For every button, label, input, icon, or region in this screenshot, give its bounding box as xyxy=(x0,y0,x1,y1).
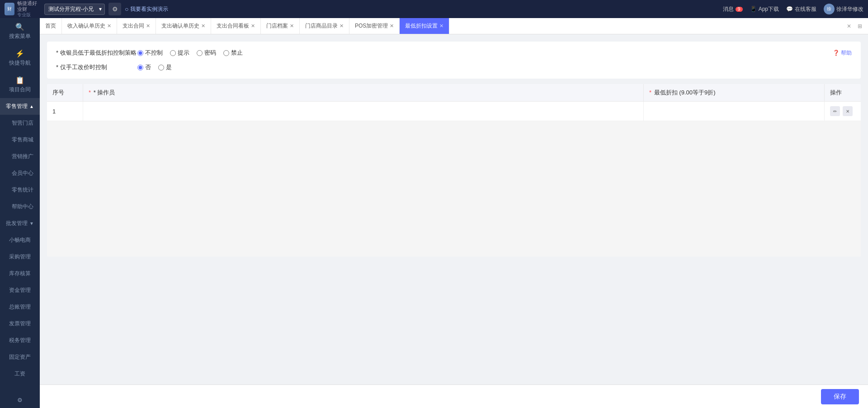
td-seq: 1 xyxy=(47,102,83,121)
form-row-discount-policy: * 收银员低于最低折扣控制策略 不控制 提示 密码 xyxy=(56,49,852,57)
tab-controls: ✕ ⊞ xyxy=(841,22,868,31)
sidebar-item-invoice-mgmt[interactable]: 发票管理 xyxy=(0,315,40,332)
tab-min-discount[interactable]: 最低折扣设置 ✕ xyxy=(400,18,449,34)
user-avatar: 徐 xyxy=(824,4,835,14)
sidebar-settings-button[interactable]: ⚙ xyxy=(0,392,40,408)
sidebar-item-quick-nav[interactable]: ⚡ 快捷导航 xyxy=(0,45,40,71)
project-selector[interactable]: 测试分开完程-小兄 xyxy=(44,4,105,15)
operator-input[interactable] xyxy=(89,108,638,115)
message-button[interactable]: 消息 9 xyxy=(723,5,743,13)
min-discount-input[interactable] xyxy=(649,108,819,115)
th-seq: 序号 xyxy=(47,84,83,101)
tab-close-store-products[interactable]: ✕ xyxy=(340,23,344,29)
header-right: 消息 9 📱 App下载 💬 在线客服 徐 徐泽华修改 xyxy=(723,4,863,14)
page-content: * 收银员低于最低折扣控制策略 不控制 提示 密码 xyxy=(40,34,868,385)
sidebar-item-smart-store[interactable]: 智营门店 xyxy=(0,115,40,131)
edit-row-button[interactable]: ✏ xyxy=(830,106,840,116)
tab-close-payment-confirm-history[interactable]: ✕ xyxy=(201,23,205,29)
demo-link[interactable]: ○ 我要看实例演示 xyxy=(125,5,168,13)
logo-area: 财 畅捷通好业财 专业版 xyxy=(5,0,41,18)
help-link[interactable]: ❓ 帮助 xyxy=(833,49,852,57)
tab-close-min-discount[interactable]: ✕ xyxy=(439,23,443,29)
search-icon: 🔍 xyxy=(15,23,24,31)
th-operator: * * 操作员 xyxy=(83,84,644,101)
sidebar-item-funds-mgmt[interactable]: 资金管理 xyxy=(0,282,40,299)
th-min-discount: * 最低折扣 (9.00等于9折) xyxy=(644,84,825,101)
tab-payment-board[interactable]: 支出合同看板 ✕ xyxy=(211,18,261,34)
empty-table-area xyxy=(47,121,861,257)
tab-store-products[interactable]: 门店商品目录 ✕ xyxy=(300,18,349,34)
top-header: 财 畅捷通好业财 专业版 测试分开完程-小兄 ⚙ ○ 我要看实例演示 消息 9 … xyxy=(0,0,868,18)
table-row: 1 ✏ ✕ xyxy=(47,102,861,121)
quick-nav-icon: ⚡ xyxy=(15,49,24,58)
tab-close-income-history[interactable]: ✕ xyxy=(107,23,111,29)
sidebar-item-project-contract[interactable]: 📋 项目合同 xyxy=(0,71,40,98)
tab-close-payment-board[interactable]: ✕ xyxy=(251,23,255,29)
th-actions: 操作 xyxy=(825,84,861,101)
sidebar-item-fixed-assets[interactable]: 固定资产 xyxy=(0,349,40,366)
tab-pos-password[interactable]: POS加密管理 ✕ xyxy=(349,18,400,34)
manual-price-label: * 仅手工改价时控制 xyxy=(56,63,137,71)
form-row-manual-price: * 仅手工改价时控制 否 是 xyxy=(56,63,852,71)
logo-text: 畅捷通好业财 专业版 xyxy=(17,0,41,18)
td-operator[interactable] xyxy=(83,102,644,121)
gear-icon: ⚙ xyxy=(17,397,23,403)
question-icon: ❓ xyxy=(833,50,840,56)
tab-bar: 首页 收入确认单历史 ✕ 支出合同 ✕ 支出确认单历史 ✕ 支出合同看板 ✕ 门… xyxy=(40,18,868,34)
sidebar-item-salary[interactable]: 工资 xyxy=(0,366,40,382)
table-header: 序号 * * 操作员 * 最低折扣 (9.00等于9折) 操作 xyxy=(47,84,861,102)
data-table: 序号 * * 操作员 * 最低折扣 (9.00等于9折) 操作 1 xyxy=(47,84,861,257)
sidebar-item-member-center[interactable]: 会员中心 xyxy=(0,165,40,182)
message-badge: 9 xyxy=(736,7,743,12)
save-button[interactable]: 保存 xyxy=(821,389,859,404)
td-min-discount[interactable] xyxy=(644,102,825,121)
td-actions: ✏ ✕ xyxy=(825,102,861,121)
sidebar-item-retail-stats[interactable]: 零售统计 xyxy=(0,182,40,198)
discount-policy-label: * 收银员低于最低折扣控制策略 xyxy=(56,49,137,57)
chevron-down-icon: ▼ xyxy=(29,221,34,226)
online-service-button[interactable]: 💬 在线客服 xyxy=(786,5,816,13)
tab-payment-confirm-history[interactable]: 支出确认单历史 ✕ xyxy=(156,18,211,34)
tab-menu-button[interactable]: ⊞ xyxy=(855,22,864,31)
sidebar-item-help-center[interactable]: 帮助中心 xyxy=(0,198,40,215)
sidebar-item-retail-mgmt[interactable]: 零售管理 ▲ xyxy=(0,98,40,115)
tab-store-file[interactable]: 门店档案 ✕ xyxy=(261,18,300,34)
radio-password[interactable]: 密码 xyxy=(197,49,216,57)
sidebar: 🔍 搜索菜单 ⚡ 快捷导航 📋 项目合同 零售管理 ▲ 智营门店 零售商城 营销… xyxy=(0,18,40,408)
content-area: 首页 收入确认单历史 ✕ 支出合同 ✕ 支出确认单历史 ✕ 支出合同看板 ✕ 门… xyxy=(40,18,868,408)
logo-icon: 财 xyxy=(5,3,14,15)
app-download-button[interactable]: 📱 App下载 xyxy=(750,5,779,13)
tab-close-store-file[interactable]: ✕ xyxy=(290,23,294,29)
chevron-up-icon: ▲ xyxy=(29,104,34,109)
sidebar-item-marketing[interactable]: 营销推广 xyxy=(0,148,40,165)
radio-no-control[interactable]: 不控制 xyxy=(137,49,163,57)
sidebar-item-purchase-mgmt[interactable]: 采购管理 xyxy=(0,249,40,265)
header-left: 财 畅捷通好业财 专业版 测试分开完程-小兄 ⚙ ○ 我要看实例演示 xyxy=(5,0,168,18)
sidebar-item-retail-mall[interactable]: 零售商城 xyxy=(0,131,40,148)
radio-remind[interactable]: 提示 xyxy=(170,49,189,57)
radio-forbid[interactable]: 禁止 xyxy=(223,49,243,57)
tab-close-payment-contract[interactable]: ✕ xyxy=(146,23,150,29)
tab-income-history[interactable]: 收入确认单历史 ✕ xyxy=(62,18,117,34)
delete-row-button[interactable]: ✕ xyxy=(843,106,853,116)
main-layout: 🔍 搜索菜单 ⚡ 快捷导航 📋 项目合同 零售管理 ▲ 智营门店 零售商城 营销… xyxy=(0,18,868,408)
sidebar-item-tax-mgmt[interactable]: 税务管理 xyxy=(0,332,40,349)
footer-bar: 保存 xyxy=(40,385,868,408)
user-menu-button[interactable]: 徐 徐泽华修改 xyxy=(824,4,863,14)
form-card: * 收银员低于最低折扣控制策略 不控制 提示 密码 xyxy=(47,42,861,79)
sidebar-item-inventory[interactable]: 库存核算 xyxy=(0,265,40,282)
discount-policy-radio-group: 不控制 提示 密码 禁止 xyxy=(137,49,243,57)
tab-home[interactable]: 首页 xyxy=(40,18,62,34)
tab-close-pos-password[interactable]: ✕ xyxy=(390,23,394,29)
manual-price-radio-group: 否 是 xyxy=(137,63,172,71)
tab-close-all-button[interactable]: ✕ xyxy=(844,22,854,31)
sidebar-item-wholesale-mgmt[interactable]: 批发管理 ▼ xyxy=(0,215,40,232)
radio-no[interactable]: 否 xyxy=(137,63,151,71)
sidebar-item-search[interactable]: 🔍 搜索菜单 xyxy=(0,18,40,45)
sidebar-item-small-ecom[interactable]: 小畅电商 xyxy=(0,232,40,249)
radio-yes[interactable]: 是 xyxy=(158,63,172,71)
tab-payment-contract[interactable]: 支出合同 ✕ xyxy=(117,18,156,34)
project-contract-icon: 📋 xyxy=(15,76,24,84)
header-settings-button[interactable]: ⚙ xyxy=(108,3,121,15)
sidebar-item-account-mgmt[interactable]: 总账管理 xyxy=(0,299,40,315)
